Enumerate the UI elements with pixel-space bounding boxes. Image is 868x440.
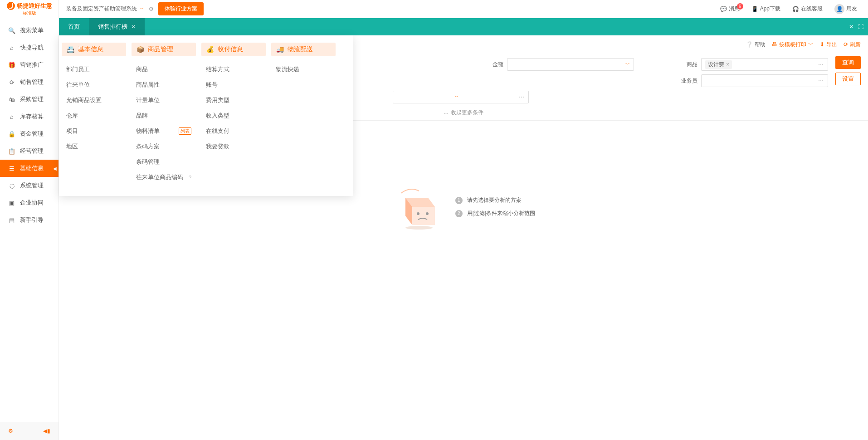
column-title: 商品管理 xyxy=(148,45,173,54)
mega-column: 🚚物流配送物流快递 xyxy=(268,43,338,185)
column-icon: 📇 xyxy=(66,45,74,54)
mega-item-label: 物流快递 xyxy=(276,65,299,73)
print-label: 按模板打印 xyxy=(779,41,806,49)
amount-label-suffix: 金额 xyxy=(493,61,503,68)
sidebar-item-purchase[interactable]: 🛍采购管理 xyxy=(0,91,59,108)
help-link[interactable]: ❔ 帮助 xyxy=(746,41,766,49)
sidebar-item-label: 库存核算 xyxy=(20,112,44,121)
mega-menu-item[interactable]: 商品属性 xyxy=(132,77,196,93)
mega-item-label: 品牌 xyxy=(136,112,148,120)
extra-input[interactable]: ﹀ ⋯ xyxy=(393,91,529,103)
sidebar-item-basic-info[interactable]: ☰基础信息 xyxy=(0,160,59,177)
brand-name: 畅捷通好生意 xyxy=(17,2,52,10)
sidebar-item-marketing[interactable]: 🎁营销推广 xyxy=(0,56,59,73)
experience-button[interactable]: 体验行业方案 xyxy=(158,2,204,15)
collapse-sidebar-icon[interactable]: ◀▮ xyxy=(43,428,50,434)
mega-column: 📦商品管理商品商品属性计量单位品牌物料清单列表条码方案条码管理往来单位商品编码? xyxy=(129,43,199,185)
mega-item-label: 商品 xyxy=(136,65,148,73)
mega-menu-item[interactable]: 费用类型 xyxy=(201,93,266,108)
mega-menu-item[interactable]: 我要贷款 xyxy=(201,139,266,154)
system-icon: ◌ xyxy=(8,182,15,189)
help-icon[interactable]: ? xyxy=(189,175,191,180)
salesperson-input[interactable]: ⋯ xyxy=(701,74,828,87)
chevron-down-icon: ﹀ xyxy=(454,94,459,100)
messages-badge: 6 xyxy=(737,3,743,10)
mega-menu-item[interactable]: 物料清单列表 xyxy=(132,123,196,139)
tab-active-label: 销售排行榜 xyxy=(98,23,127,31)
mega-menu-item[interactable]: 在线支付 xyxy=(201,123,266,139)
column-title: 基本信息 xyxy=(78,45,103,54)
product-input[interactable]: 设计费 × ⋯ xyxy=(701,58,828,71)
mega-menu-item[interactable]: 计量单位 xyxy=(132,93,196,108)
sidebar-item-operation[interactable]: 📋经营管理 xyxy=(0,142,59,160)
mega-menu-item[interactable]: 项目 xyxy=(62,123,126,139)
more-icon[interactable]: ⋯ xyxy=(818,61,824,68)
mega-item-label: 条码管理 xyxy=(136,158,160,166)
column-icon: 🚚 xyxy=(276,45,284,54)
settings-icon[interactable]: ⚙ xyxy=(8,428,13,434)
mega-column: 📇基本信息部门员工往来单位允销商品设置仓库项目地区 xyxy=(59,43,129,185)
mega-menu-item[interactable]: 品牌 xyxy=(132,108,196,123)
finance-icon: 🔒 xyxy=(8,130,15,137)
more-icon[interactable]: ⋯ xyxy=(519,94,525,100)
system-selector[interactable]: 装备及固定资产辅助管理系统 ﹀ xyxy=(66,5,144,13)
mega-column-header: 📇基本信息 xyxy=(62,43,126,56)
sidebar-item-quick-nav[interactable]: ⌂快捷导航 xyxy=(0,39,59,56)
mega-menu-item[interactable]: 收入类型 xyxy=(201,108,266,123)
export-icon: ⬇ xyxy=(820,41,824,48)
tab-close-all-icon[interactable]: ✕ xyxy=(849,24,853,30)
sidebar-item-label: 经营管理 xyxy=(20,147,44,155)
sidebar-item-search-menu[interactable]: 🔍搜索菜单 xyxy=(0,22,59,39)
sidebar-item-label: 资金管理 xyxy=(20,130,44,138)
tab-sales-ranking[interactable]: 销售排行榜 ✕ xyxy=(89,18,145,35)
mega-menu-item[interactable]: 往来单位商品编码? xyxy=(132,170,196,185)
mega-menu-item[interactable]: 允销商品设置 xyxy=(62,93,126,108)
mega-item-label: 条码方案 xyxy=(136,142,160,151)
help-icon: ❔ xyxy=(746,41,753,48)
sidebar-item-finance[interactable]: 🔒资金管理 xyxy=(0,125,59,142)
sidebar-item-label: 采购管理 xyxy=(20,95,44,103)
setting-button[interactable]: 设置 xyxy=(835,73,861,85)
fullscreen-icon[interactable]: ⛶ xyxy=(858,24,863,30)
online-service-label: 在线客服 xyxy=(801,5,823,13)
sidebar-item-collab[interactable]: ▣企业协同 xyxy=(0,194,59,211)
empty-step-2: 2 用[过滤]条件来缩小分析范围 xyxy=(455,210,536,217)
sidebar-item-guide[interactable]: ▤新手引导 xyxy=(0,211,59,229)
mega-item-label: 收入类型 xyxy=(206,112,229,120)
mega-menu-item[interactable]: 仓库 xyxy=(62,108,126,123)
system-settings-icon[interactable]: ⚙ xyxy=(149,6,154,12)
sidebar-item-system[interactable]: ◌系统管理 xyxy=(0,177,59,194)
mega-menu-item[interactable]: 账号 xyxy=(201,77,266,93)
mega-item-label: 费用类型 xyxy=(206,96,229,104)
sidebar-item-inventory[interactable]: ⌂库存核算 xyxy=(0,108,59,125)
mega-menu-item[interactable]: 部门员工 xyxy=(62,62,126,77)
template-print-link[interactable]: 🖶 按模板打印 ﹀ xyxy=(772,41,814,49)
mega-item-label: 商品属性 xyxy=(136,81,160,89)
column-icon: 📦 xyxy=(136,45,144,54)
sidebar-item-sales[interactable]: ⟳销售管理 xyxy=(0,73,59,91)
search-menu-icon: 🔍 xyxy=(8,27,15,34)
mega-item-label: 允销商品设置 xyxy=(66,96,102,104)
mega-menu-item[interactable]: 物流快递 xyxy=(271,62,336,77)
mega-menu-item[interactable]: 地区 xyxy=(62,139,126,154)
tab-home[interactable]: 首页 xyxy=(59,18,89,35)
user-menu[interactable]: 👤 用友 xyxy=(831,4,861,14)
remove-tag-icon[interactable]: × xyxy=(726,61,729,68)
more-icon[interactable]: ⋯ xyxy=(818,78,824,84)
mega-menu-item[interactable]: 商品 xyxy=(132,62,196,77)
step-number-2: 2 xyxy=(455,210,463,217)
close-icon[interactable]: ✕ xyxy=(131,24,136,30)
amount-input[interactable]: ﹀ xyxy=(507,58,634,71)
mega-menu-item[interactable]: 结算方式 xyxy=(201,62,266,77)
mega-menu-item[interactable]: 往来单位 xyxy=(62,77,126,93)
mega-menu-item[interactable]: 条码管理 xyxy=(132,154,196,170)
query-button[interactable]: 查询 xyxy=(835,56,861,69)
messages-link[interactable]: 💬 消息 6 xyxy=(717,5,743,13)
mega-menu-item[interactable]: 条码方案 xyxy=(132,139,196,154)
export-link[interactable]: ⬇ 导出 xyxy=(820,41,837,49)
refresh-link[interactable]: ⟳ 刷新 xyxy=(844,41,861,49)
online-service-link[interactable]: 🎧 在线客服 xyxy=(789,5,826,13)
app-download-link[interactable]: 📱 App下载 xyxy=(748,5,784,13)
step-2-text: 用[过滤]条件来缩小分析范围 xyxy=(467,210,536,217)
avatar-icon: 👤 xyxy=(834,4,844,14)
